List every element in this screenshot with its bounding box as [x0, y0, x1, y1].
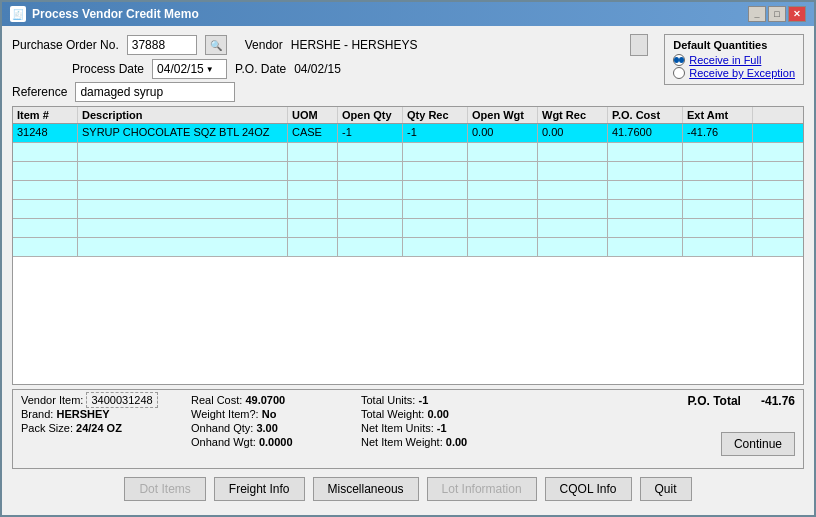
po-total-row: P.O. Total -41.76	[687, 394, 795, 408]
po-input[interactable]	[127, 35, 197, 55]
dropdown-arrow-icon: ▼	[206, 65, 214, 74]
cell-wgt-rec	[538, 181, 608, 199]
col-qty-rec: Qty Rec	[403, 107, 468, 123]
cell-uom	[288, 200, 338, 218]
vendor-item-info: Vendor Item: 3400031248	[21, 394, 171, 406]
process-date-dropdown[interactable]: 04/02/15 ▼	[152, 59, 227, 79]
table-header: Item # Description UOM Open Qty Qty Rec …	[13, 107, 803, 124]
cell-open-wgt	[468, 200, 538, 218]
cell-open-qty	[338, 162, 403, 180]
total-weight-value: 0.00	[427, 408, 448, 420]
cell-ext-amt	[683, 143, 753, 161]
cell-item: 31248	[13, 124, 78, 142]
po-total-label: P.O. Total	[687, 394, 741, 408]
cell-ext-amt: -41.76	[683, 124, 753, 142]
process-date-label: Process Date	[72, 62, 144, 76]
cell-wgt-rec	[538, 162, 608, 180]
table-row[interactable]	[13, 200, 803, 219]
cell-wgt-rec	[538, 143, 608, 161]
receive-full-radio[interactable]	[673, 54, 685, 66]
table-row[interactable]	[13, 181, 803, 200]
cell-po-cost	[608, 238, 683, 256]
cell-po-cost: 41.7600	[608, 124, 683, 142]
cell-po-cost	[608, 143, 683, 161]
pack-size-info: Pack Size: 24/24 OZ	[21, 422, 171, 434]
process-date-value: 04/02/15	[157, 62, 204, 76]
title-controls: _ □ ✕	[748, 6, 806, 22]
cell-ext-amt	[683, 200, 753, 218]
vendor-item-value: 3400031248	[86, 392, 157, 408]
cell-wgt-rec	[538, 219, 608, 237]
cell-item	[13, 181, 78, 199]
net-item-weight-info: Net Item Weight: 0.00	[361, 436, 511, 448]
table-row[interactable]: 31248 SYRUP CHOCOLATE SQZ BTL 24OZ CASE …	[13, 124, 803, 143]
cell-uom	[288, 143, 338, 161]
cell-item	[13, 162, 78, 180]
dot-items-button[interactable]: Dot Items	[124, 477, 205, 501]
receive-exception-radio[interactable]	[673, 67, 685, 79]
cell-open-wgt: 0.00	[468, 124, 538, 142]
reference-input[interactable]	[75, 82, 235, 102]
table-row[interactable]	[13, 219, 803, 238]
cell-po-cost	[608, 162, 683, 180]
cell-open-qty: -1	[338, 124, 403, 142]
cell-item	[13, 143, 78, 161]
search-button[interactable]: 🔍	[205, 35, 227, 55]
cell-open-wgt	[468, 219, 538, 237]
window-title: Process Vendor Credit Memo	[32, 7, 199, 21]
miscellaneous-button[interactable]: Miscellaneous	[313, 477, 419, 501]
weight-item-label: Weight Item?:	[191, 408, 259, 420]
cell-qty-rec	[403, 162, 468, 180]
brand-info: Brand: HERSHEY	[21, 408, 171, 420]
main-window: 🧾 Process Vendor Credit Memo _ □ ✕ Purch…	[0, 0, 816, 517]
po-label: Purchase Order No.	[12, 38, 119, 52]
items-table: Item # Description UOM Open Qty Qty Rec …	[12, 106, 804, 385]
vendor-item-label: Vendor Item:	[21, 394, 83, 406]
cell-ext-amt	[683, 219, 753, 237]
brand-value: HERSHEY	[56, 408, 109, 420]
cell-wgt-rec	[538, 238, 608, 256]
po-total-value: -41.76	[761, 394, 795, 408]
cqol-info-button[interactable]: CQOL Info	[545, 477, 632, 501]
quit-button[interactable]: Quit	[640, 477, 692, 501]
total-weight-label: Total Weight:	[361, 408, 424, 420]
cell-ext-amt	[683, 181, 753, 199]
vendor-detail-button[interactable]	[630, 34, 648, 56]
cell-description	[78, 143, 288, 161]
pack-size-label: Pack Size:	[21, 422, 73, 434]
freight-info-button[interactable]: Freight Info	[214, 477, 305, 501]
col-ext-amt: Ext Amt	[683, 107, 753, 123]
cell-uom: CASE	[288, 124, 338, 142]
cell-open-qty	[338, 200, 403, 218]
receive-full-option[interactable]: Receive in Full	[673, 54, 795, 66]
minimize-button[interactable]: _	[748, 6, 766, 22]
cell-description	[78, 238, 288, 256]
weight-item-info: Weight Item?: No	[191, 408, 341, 420]
lot-information-button[interactable]: Lot Information	[427, 477, 537, 501]
cell-uom	[288, 238, 338, 256]
vendor-label: Vendor	[245, 38, 283, 52]
net-item-units-label: Net Item Units:	[361, 422, 434, 434]
table-row[interactable]	[13, 143, 803, 162]
real-cost-value: 49.0700	[245, 394, 285, 406]
onhand-qty-info: Onhand Qty: 3.00	[191, 422, 341, 434]
cell-open-wgt	[468, 162, 538, 180]
continue-button[interactable]: Continue	[721, 432, 795, 456]
real-cost-label: Real Cost:	[191, 394, 242, 406]
info-section: Vendor Item: 3400031248 Brand: HERSHEY P…	[12, 389, 804, 469]
receive-exception-option[interactable]: Receive by Exception	[673, 67, 795, 79]
table-row[interactable]	[13, 238, 803, 257]
maximize-button[interactable]: □	[768, 6, 786, 22]
close-button[interactable]: ✕	[788, 6, 806, 22]
cell-open-qty	[338, 238, 403, 256]
po-date-value: 04/02/15	[294, 62, 341, 76]
cell-open-qty	[338, 143, 403, 161]
onhand-wgt-label: Onhand Wgt:	[191, 436, 256, 448]
info-col-1: Vendor Item: 3400031248 Brand: HERSHEY P…	[21, 394, 171, 434]
col-po-cost: P.O. Cost	[608, 107, 683, 123]
cell-description: SYRUP CHOCOLATE SQZ BTL 24OZ	[78, 124, 288, 142]
onhand-qty-label: Onhand Qty:	[191, 422, 253, 434]
cell-qty-rec	[403, 238, 468, 256]
cell-description	[78, 162, 288, 180]
table-row[interactable]	[13, 162, 803, 181]
